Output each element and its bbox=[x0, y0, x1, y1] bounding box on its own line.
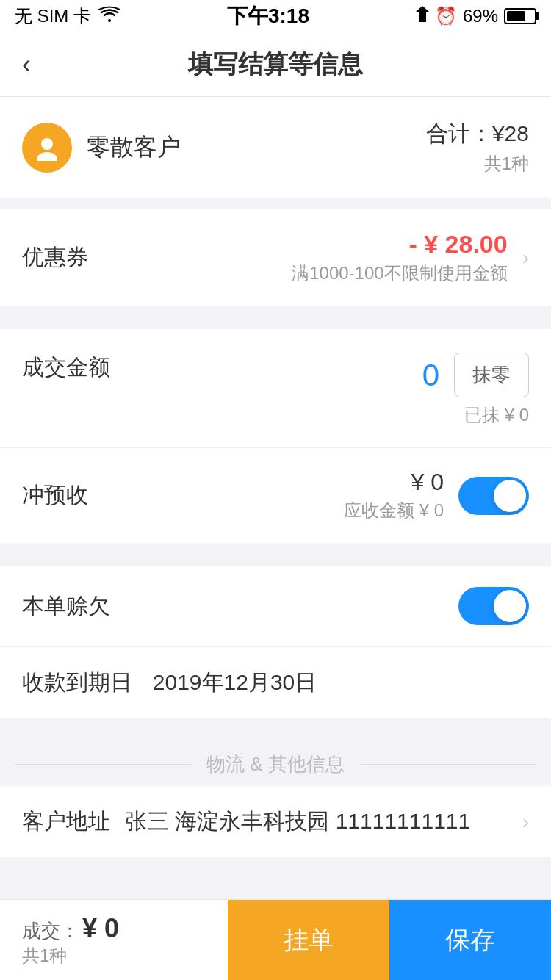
coupon-row[interactable]: 优惠券 - ¥ 28.00 满1000-100不限制使用金额 › bbox=[0, 209, 551, 306]
divider-1 bbox=[0, 317, 551, 329]
logistics-line-right bbox=[359, 764, 536, 765]
customer-total: 合计：¥28 共1种 bbox=[426, 119, 529, 176]
divider-3 bbox=[0, 718, 551, 730]
address-value: 张三 海淀永丰科技园 11111111111 bbox=[125, 807, 522, 837]
pre-receive-amount: ¥ 0 bbox=[344, 469, 444, 496]
address-label: 客户地址 bbox=[22, 807, 110, 837]
status-bar: 无 SIM 卡 下午3:18 ⏰ 69% bbox=[0, 0, 551, 32]
debt-label: 本单赊欠 bbox=[22, 591, 110, 621]
transaction-value[interactable]: 0 bbox=[422, 358, 439, 393]
back-button[interactable]: ‹ bbox=[22, 49, 31, 80]
svg-point-0 bbox=[41, 138, 53, 150]
no-sim-label: 无 SIM 卡 bbox=[15, 4, 91, 28]
due-date-row[interactable]: 收款到期日 2019年12月30日 bbox=[0, 646, 551, 718]
status-time: 下午3:18 bbox=[227, 2, 309, 30]
round-zero-button[interactable]: 抹零 bbox=[454, 353, 529, 397]
total-amount: 合计：¥28 bbox=[426, 119, 529, 149]
debt-toggle-knob bbox=[494, 590, 526, 622]
address-chevron-icon: › bbox=[522, 810, 529, 834]
bottom-deal-count: 共1种 bbox=[22, 944, 228, 968]
nav-bar: ‹ 填写结算等信息 bbox=[0, 32, 551, 97]
bottom-deal-info: 成交： ¥ 0 bbox=[22, 913, 228, 944]
bottom-bar: 成交： ¥ 0 共1种 挂单 保存 bbox=[0, 899, 551, 980]
transaction-label: 成交金额 bbox=[22, 353, 110, 383]
status-left: 无 SIM 卡 bbox=[15, 4, 120, 28]
debt-section: 本单赊欠 收款到期日 2019年12月30日 bbox=[0, 566, 551, 718]
logistics-line-left bbox=[15, 764, 192, 765]
pre-receive-receivable: 应收金额 ¥ 0 bbox=[344, 499, 444, 522]
battery-icon bbox=[504, 8, 536, 24]
customer-name: 零散客户 bbox=[87, 131, 181, 164]
bottom-info: 成交： ¥ 0 共1种 bbox=[0, 900, 228, 980]
chevron-right-icon: › bbox=[522, 246, 529, 270]
already-rounded-label: 已抹 ¥ 0 bbox=[464, 403, 529, 427]
avatar bbox=[22, 123, 72, 173]
pre-receive-row: 冲预收 ¥ 0 应收金额 ¥ 0 bbox=[0, 448, 551, 543]
svg-point-1 bbox=[37, 152, 57, 161]
hang-button[interactable]: 挂单 bbox=[228, 900, 389, 980]
main-content: 零散客户 合计：¥28 共1种 优惠券 - ¥ 28.00 满1000-100不… bbox=[0, 97, 551, 980]
status-right: ⏰ 69% bbox=[416, 6, 536, 26]
bottom-deal-label: 成交： bbox=[22, 918, 79, 944]
battery-percent: 69% bbox=[463, 6, 498, 26]
pre-receive-label: 冲预收 bbox=[22, 480, 110, 511]
location-icon bbox=[416, 6, 429, 26]
due-date-value: 2019年12月30日 bbox=[153, 670, 317, 694]
coupon-discount: - ¥ 28.00 bbox=[292, 230, 507, 259]
coupon-label: 优惠券 bbox=[22, 242, 110, 273]
transaction-section: 成交金额 0 抹零 已抹 ¥ 0 冲预收 ¥ 0 应收金额 ¥ 0 bbox=[0, 329, 551, 543]
wifi-icon bbox=[98, 6, 120, 26]
coupon-section: 优惠券 - ¥ 28.00 满1000-100不限制使用金额 › bbox=[0, 209, 551, 306]
coupon-value-area: - ¥ 28.00 满1000-100不限制使用金额 › bbox=[110, 230, 529, 285]
customer-info: 零散客户 bbox=[22, 123, 181, 173]
pre-receive-value: ¥ 0 应收金额 ¥ 0 bbox=[344, 469, 444, 522]
transaction-amount-row: 成交金额 0 抹零 已抹 ¥ 0 bbox=[0, 329, 551, 448]
customer-section: 零散客户 合计：¥28 共1种 bbox=[0, 97, 551, 198]
address-section[interactable]: 客户地址 张三 海淀永丰科技园 11111111111 › bbox=[0, 786, 551, 857]
pre-receive-value-area: ¥ 0 应收金额 ¥ 0 bbox=[110, 469, 529, 522]
due-date-label: 收款到期日 bbox=[22, 670, 132, 694]
alarm-icon: ⏰ bbox=[435, 6, 457, 26]
logistics-divider: 物流 & 其他信息 bbox=[0, 742, 551, 786]
page-title: 填写结算等信息 bbox=[188, 48, 363, 82]
toggle-knob bbox=[494, 480, 526, 512]
coupon-value: - ¥ 28.00 满1000-100不限制使用金额 bbox=[292, 230, 507, 285]
pre-receive-toggle[interactable] bbox=[458, 477, 529, 515]
bottom-deal-amount: ¥ 0 bbox=[82, 913, 119, 944]
debt-toggle[interactable] bbox=[458, 587, 529, 625]
divider-2 bbox=[0, 555, 551, 566]
coupon-description: 满1000-100不限制使用金额 bbox=[292, 262, 507, 285]
logistics-label: 物流 & 其他信息 bbox=[206, 752, 345, 777]
save-button[interactable]: 保存 bbox=[389, 900, 551, 980]
total-count: 共1种 bbox=[426, 152, 529, 176]
debt-row: 本单赊欠 bbox=[0, 566, 551, 646]
